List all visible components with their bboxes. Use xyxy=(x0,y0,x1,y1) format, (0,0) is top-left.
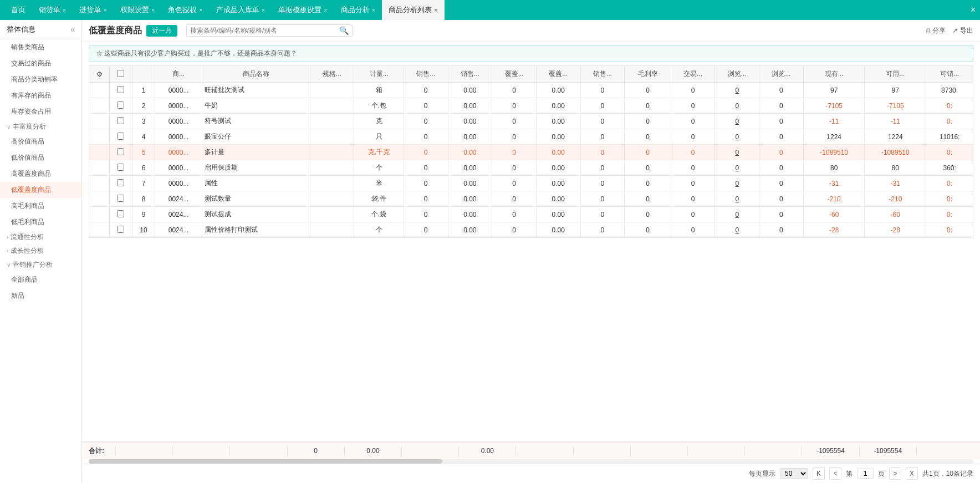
row-gross-margin-1: 0 xyxy=(625,98,671,114)
sidebar-item-sales-goods[interactable]: 销售类商品 xyxy=(0,39,81,55)
row-name-7[interactable]: 测试数量 xyxy=(202,191,310,207)
horizontal-scrollbar[interactable] xyxy=(89,459,973,464)
row-cb-0[interactable] xyxy=(117,86,124,93)
last-page-btn[interactable]: X xyxy=(906,467,918,480)
row-checkbox-2[interactable] xyxy=(110,114,132,129)
sidebar-item-high-margin[interactable]: 高毛利商品 xyxy=(0,198,81,214)
row-name-2[interactable]: 符号测试 xyxy=(202,114,310,129)
row-browse1-8[interactable]: 0 xyxy=(715,207,759,222)
close-all-tabs[interactable]: × xyxy=(971,5,976,15)
row-browse1-5[interactable]: 0 xyxy=(715,160,759,176)
next-page-btn[interactable]: > xyxy=(889,467,901,480)
row-browse1-6[interactable]: 0 xyxy=(715,176,759,191)
page-number-input[interactable] xyxy=(857,469,874,479)
sidebar-collapse-btn[interactable]: « xyxy=(70,25,75,34)
sidebar-item-stock-funds[interactable]: 库存资金占用 xyxy=(0,104,81,120)
nav-tab-analysis-list[interactable]: 商品分析列表 × xyxy=(382,0,444,20)
nav-tab-sales[interactable]: 销货单 × xyxy=(32,0,73,20)
row-browse1-4[interactable]: 0 xyxy=(715,145,759,160)
sidebar-item-dynamic-sales[interactable]: 商品分类动销率 xyxy=(0,72,81,88)
row-name-8[interactable]: 测试提成 xyxy=(202,207,310,222)
nav-tab-template[interactable]: 单据模板设置 × xyxy=(272,0,334,20)
col-sales-amount: 销售... xyxy=(448,66,492,83)
close-tab-sales[interactable]: × xyxy=(63,7,66,13)
sidebar-item-traded-goods[interactable]: 交易过的商品 xyxy=(0,55,81,72)
row-checkbox-5[interactable] xyxy=(110,160,132,176)
row-num-8: 9 xyxy=(132,207,155,222)
nav-tab-roles[interactable]: 角色授权 × xyxy=(161,0,209,20)
close-tab-products-in[interactable]: × xyxy=(262,7,265,13)
row-cb-9[interactable] xyxy=(117,226,124,233)
export-button[interactable]: ↗ 导出 xyxy=(952,26,973,35)
row-cb-6[interactable] xyxy=(117,179,124,186)
row-checkbox-4[interactable] xyxy=(110,145,132,160)
page-title: 低覆盖度商品 xyxy=(89,25,142,37)
row-checkbox-9[interactable] xyxy=(110,222,132,238)
sidebar-item-in-stock[interactable]: 有库存的商品 xyxy=(0,88,81,104)
nav-tab-products-in[interactable]: 产成品入库单 × xyxy=(210,0,272,20)
row-browse1-2[interactable]: 0 xyxy=(715,114,759,129)
row-name-1[interactable]: 牛奶 xyxy=(202,98,310,114)
nav-tab-home[interactable]: 首页 xyxy=(4,0,32,20)
row-checkbox-0[interactable] xyxy=(110,83,132,98)
close-tab-analysis[interactable]: × xyxy=(372,7,375,13)
nav-tab-purchase[interactable]: 进货单 × xyxy=(73,0,113,20)
scrollbar-thumb[interactable] xyxy=(89,459,442,464)
row-browse1-7[interactable]: 0 xyxy=(715,191,759,207)
row-checkbox-3[interactable] xyxy=(110,129,132,145)
table-container[interactable]: ⚙ 商... 商品名称 规格... 计量... 销售... 销售... 覆盖..… xyxy=(89,65,973,441)
close-tab-template[interactable]: × xyxy=(324,7,327,13)
row-browse1-9[interactable]: 0 xyxy=(715,222,759,238)
search-input[interactable] xyxy=(190,27,339,34)
sidebar-group-marketing[interactable]: ∨ 营销推广分析 xyxy=(0,258,81,272)
sidebar-group-richness[interactable]: ∨ 丰富度分析 xyxy=(0,120,81,134)
nav-tab-analysis[interactable]: 商品分析 × xyxy=(334,0,382,20)
row-checkbox-8[interactable] xyxy=(110,207,132,222)
row-cb-2[interactable] xyxy=(117,117,124,124)
settings-icon[interactable]: ⚙ xyxy=(96,70,103,78)
row-cb-5[interactable] xyxy=(117,164,124,171)
row-cb-8[interactable] xyxy=(117,210,124,217)
sidebar-item-high-coverage[interactable]: 高覆盖度商品 xyxy=(0,166,81,182)
row-checkbox-7[interactable] xyxy=(110,191,132,207)
row-browse1-3[interactable]: 0 xyxy=(715,129,759,145)
row-name-4[interactable]: 多计量 xyxy=(202,145,310,160)
sidebar-item-new-goods[interactable]: 新品 xyxy=(0,288,81,304)
row-cb-3[interactable] xyxy=(117,133,124,140)
sidebar-item-all-goods[interactable]: 全部商品 xyxy=(0,272,81,288)
sidebar-item-low-margin[interactable]: 低毛利商品 xyxy=(0,214,81,230)
row-checkbox-6[interactable] xyxy=(110,176,132,191)
sidebar-group-growth[interactable]: › 成长性分析 xyxy=(0,244,81,258)
row-name-6[interactable]: 属性 xyxy=(202,176,310,191)
row-browse1-1[interactable]: 0 xyxy=(715,98,759,114)
sidebar-group-flow[interactable]: › 流通性分析 xyxy=(0,230,81,244)
select-all-checkbox[interactable] xyxy=(117,70,124,77)
row-checkbox-1[interactable] xyxy=(110,98,132,114)
filter-recent-month-btn[interactable]: 近一月 xyxy=(146,25,177,37)
row-name-5[interactable]: 启用保质期 xyxy=(202,160,310,176)
row-name-9[interactable]: 属性价格打印测试 xyxy=(202,222,310,238)
prev-page-btn[interactable]: < xyxy=(829,467,841,480)
row-browse1-0[interactable]: 0 xyxy=(715,83,759,98)
close-tab-permissions[interactable]: × xyxy=(151,7,155,13)
row-cb-4[interactable] xyxy=(117,148,124,155)
row-cb-1[interactable] xyxy=(117,101,124,109)
sidebar-item-high-value[interactable]: 高价值商品 xyxy=(0,134,81,150)
close-tab-analysis-list[interactable]: × xyxy=(434,7,437,13)
row-cb-7[interactable] xyxy=(117,195,124,202)
sidebar-item-low-value[interactable]: 低价值商品 xyxy=(0,150,81,166)
row-name-0[interactable]: 旺辅批次测试 xyxy=(202,83,310,98)
row-unit-8: 个,袋 xyxy=(354,207,404,222)
nav-tab-permissions[interactable]: 权限设置 × xyxy=(114,0,161,20)
row-sellable-5: 360: xyxy=(926,160,973,176)
col-settings[interactable]: ⚙ xyxy=(89,66,110,83)
search-icon[interactable]: 🔍 xyxy=(339,26,349,35)
share-button[interactable]: ⎙ 分享 xyxy=(926,26,946,35)
first-page-btn[interactable]: K xyxy=(813,467,825,480)
close-tab-roles[interactable]: × xyxy=(199,7,202,13)
row-name-3[interactable]: 眼宝公仔 xyxy=(202,129,310,145)
sidebar-item-low-coverage[interactable]: 低覆盖度商品 xyxy=(0,182,81,198)
row-coverage2-3: 0.00 xyxy=(536,129,580,145)
page-size-select[interactable]: 50 20 100 xyxy=(780,468,808,479)
close-tab-purchase[interactable]: × xyxy=(103,7,106,13)
